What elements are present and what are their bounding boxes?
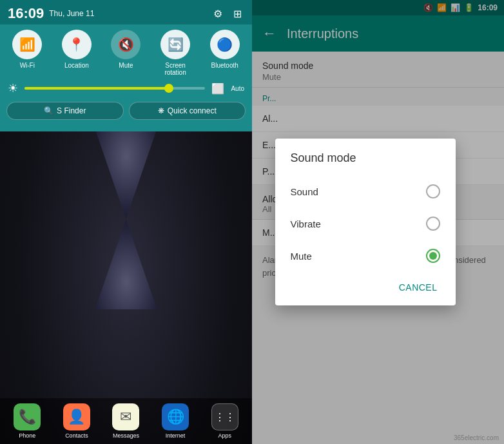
dock-internet[interactable]: 🌐 Internet	[162, 403, 189, 439]
phone-icon[interactable]: 📞	[14, 403, 41, 430]
dialog-actions: CANCEL	[275, 272, 456, 300]
dock-contacts[interactable]: 👤 Contacts	[63, 403, 90, 439]
toggle-location[interactable]: 📍 Location	[55, 30, 99, 76]
apps-icon[interactable]: ⋮⋮	[211, 403, 238, 430]
gear-icon[interactable]: ⚙	[211, 6, 225, 21]
auto-label: Auto	[231, 85, 244, 92]
messages-icon[interactable]: ✉	[112, 403, 139, 430]
mute-option-label: Mute	[291, 251, 312, 262]
brightness-row[interactable]: ☀ ⬜ Auto	[0, 79, 252, 98]
brightness-icon: ☀	[8, 81, 18, 95]
sound-option-label: Sound	[291, 186, 318, 197]
mute-option[interactable]: Mute	[275, 240, 456, 272]
quick-connect-label: Quick connect	[168, 106, 217, 115]
cancel-button[interactable]: CANCEL	[391, 277, 445, 298]
internet-icon[interactable]: 🌐	[162, 403, 189, 430]
apps-label: Apps	[218, 432, 231, 439]
phone-label: Phone	[19, 432, 35, 439]
quick-connect-icon: ❋	[158, 106, 164, 115]
vibrate-option[interactable]: Vibrate	[275, 208, 456, 240]
left-panel: 16:09 Thu, June 11 ⚙ ⊞ 📶 Wi-Fi 📍 Locatio…	[0, 0, 252, 444]
wifi-label: Wi-Fi	[20, 62, 35, 69]
dock-apps[interactable]: ⋮⋮ Apps	[211, 403, 238, 439]
toggle-wifi[interactable]: 📶 Wi-Fi	[5, 30, 49, 76]
finder-row: 🔍 S Finder ❋ Quick connect	[0, 98, 252, 125]
hourglass-decoration	[88, 129, 165, 309]
location-label: Location	[64, 62, 89, 69]
location-button[interactable]: 📍	[62, 30, 92, 59]
grid-icon[interactable]: ⊞	[230, 6, 244, 21]
dialog-overlay: Sound mode Sound Vibrate Mute CANCEL	[252, 0, 504, 444]
internet-label: Internet	[166, 432, 186, 439]
right-panel: 🔇 📶 📊 🔋 16:09 ← Interruptions Sound mode…	[252, 0, 504, 444]
quick-connect-button[interactable]: ❋ Quick connect	[129, 102, 246, 120]
quick-toggles: 📶 Wi-Fi 📍 Location 🔇 Mute 🔄 Screenrotati…	[0, 24, 252, 79]
screen-rotation-label: Screenrotation	[164, 62, 186, 76]
status-bar: 16:09 Thu, June 11 ⚙ ⊞	[0, 0, 252, 24]
bluetooth-button[interactable]: 🔵	[210, 30, 240, 59]
mute-radio[interactable]	[426, 249, 440, 263]
mute-button[interactable]: 🔇	[111, 30, 141, 59]
auto-icon: ⬜	[211, 82, 224, 95]
sound-mode-dialog: Sound mode Sound Vibrate Mute CANCEL	[275, 139, 456, 305]
vibrate-radio[interactable]	[426, 217, 440, 231]
notification-panel: 16:09 Thu, June 11 ⚙ ⊞ 📶 Wi-Fi 📍 Locatio…	[0, 0, 252, 131]
toggle-mute[interactable]: 🔇 Mute	[104, 30, 148, 76]
mute-label: Mute	[119, 62, 133, 69]
s-finder-button[interactable]: 🔍 S Finder	[6, 102, 124, 120]
sound-radio[interactable]	[426, 184, 440, 198]
toggle-screen-rotation[interactable]: 🔄 Screenrotation	[153, 30, 197, 76]
contacts-label: Contacts	[65, 432, 88, 439]
status-date: Thu, June 11	[49, 9, 211, 18]
brightness-slider[interactable]	[24, 87, 205, 90]
screen-rotation-button[interactable]: 🔄	[160, 30, 190, 59]
messages-label: Messages	[113, 432, 139, 439]
vibrate-option-label: Vibrate	[291, 218, 321, 229]
toggle-bluetooth[interactable]: 🔵 Bluetooth	[203, 30, 247, 76]
mute-radio-fill	[429, 252, 437, 260]
s-finder-label: S Finder	[57, 106, 86, 115]
contacts-icon[interactable]: 👤	[63, 403, 90, 430]
s-finder-icon: 🔍	[44, 106, 53, 115]
dock-messages[interactable]: ✉ Messages	[112, 403, 139, 439]
status-time: 16:09	[8, 5, 44, 22]
status-icons-right: ⚙ ⊞	[211, 6, 244, 21]
bluetooth-label: Bluetooth	[211, 62, 238, 69]
dock-phone[interactable]: 📞 Phone	[14, 403, 41, 439]
wifi-button[interactable]: 📶	[12, 30, 42, 59]
app-dock: 📞 Phone 👤 Contacts ✉ Messages 🌐 Internet…	[0, 398, 252, 444]
dialog-title: Sound mode	[275, 151, 456, 175]
sound-option[interactable]: Sound	[275, 175, 456, 208]
